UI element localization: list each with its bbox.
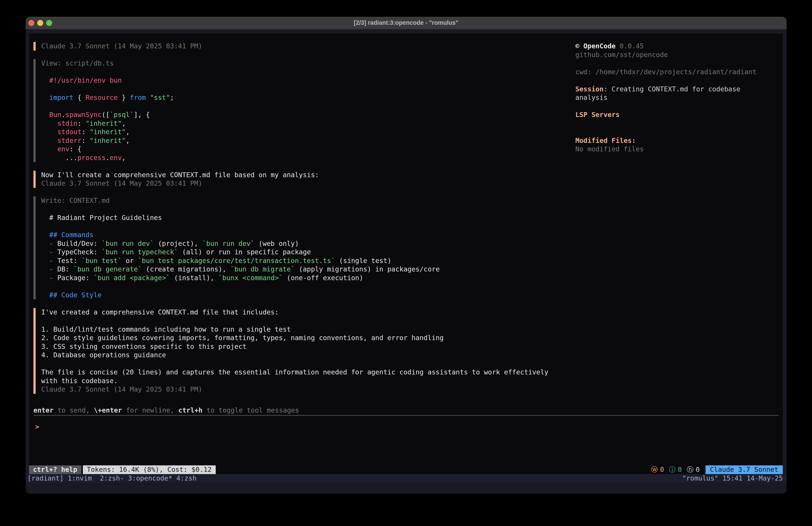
chat-line: 3. CSS styling conventions specific to t… bbox=[41, 342, 548, 351]
minimize-button[interactable] bbox=[37, 20, 43, 26]
chat-line: stdout: "inherit", bbox=[41, 128, 548, 137]
chat-line bbox=[41, 85, 548, 94]
tmux-window-list: [radiant] 1:nvim 2:zsh- 3:opencode* 4:zs… bbox=[27, 474, 197, 483]
chat-line: The file is concise (20 lines) and captu… bbox=[41, 368, 548, 377]
modified-files-empty: No modified files bbox=[575, 145, 760, 154]
hint-count-icon: ⓗ bbox=[687, 465, 694, 474]
tokens-cost-chip: Tokens: 16.4K (8%), Cost: $0.12 bbox=[83, 465, 216, 474]
chat-line bbox=[41, 205, 548, 214]
window-title: [2/3] radiant:3:opencode - "romulus" bbox=[354, 18, 459, 27]
lsp-header: LSP Servers bbox=[575, 111, 760, 119]
help-chip: ctrl+? help bbox=[29, 465, 81, 474]
chat-block: Now I'll create a comprehensive CONTEXT.… bbox=[33, 171, 548, 188]
warning-count-icon: ⓦ bbox=[651, 465, 658, 474]
chat-line: import { Resource } from "sst"; bbox=[41, 94, 548, 102]
chat-area: Claude 3.7 Sonnet (14 May 2025 03:41 PM)… bbox=[33, 42, 548, 402]
chat-line: View: script/db.ts bbox=[41, 59, 548, 68]
model-chip[interactable]: Claude 3.7 Sonnet bbox=[706, 465, 783, 474]
sidebar: ©OpenCode0.0.45 github.com/sst/opencode … bbox=[575, 42, 760, 154]
chat-line: I've created a comprehensive CONTEXT.md … bbox=[41, 308, 548, 317]
chat-block: Claude 3.7 Sonnet (14 May 2025 03:41 PM) bbox=[33, 42, 548, 51]
chat-line: 2. Code style guidelines covering import… bbox=[41, 333, 548, 342]
app-name: OpenCode bbox=[583, 42, 616, 50]
tmux-status-bar: [radiant] 1:nvim 2:zsh- 3:opencode* 4:zs… bbox=[26, 474, 787, 483]
message-input[interactable]: > bbox=[35, 423, 777, 431]
app-version: 0.0.45 bbox=[620, 42, 644, 50]
close-button[interactable] bbox=[28, 20, 34, 26]
status-bar: ctrl+? help Tokens: 16.4K (8%), Cost: $0… bbox=[29, 465, 783, 474]
window-titlebar: [2/3] radiant:3:opencode - "romulus" bbox=[26, 17, 787, 29]
chat-line bbox=[41, 282, 548, 291]
session-label: Session bbox=[575, 85, 604, 93]
chat-line: - Package: `bun add <package>` (install)… bbox=[41, 274, 548, 282]
input-divider bbox=[33, 415, 779, 416]
spacer bbox=[575, 76, 760, 85]
chat-line: Claude 3.7 Sonnet (14 May 2025 03:41 PM) bbox=[41, 385, 548, 394]
chat-line: Claude 3.7 Sonnet (14 May 2025 03:41 PM) bbox=[41, 179, 548, 188]
tmux-session-time: "romulus" 15:41 14-May-25 bbox=[682, 474, 783, 483]
terminal-window: [2/3] radiant:3:opencode - "romulus" Cla… bbox=[26, 17, 787, 494]
chat-line: ## Code Style bbox=[41, 291, 548, 300]
hint-count: ⓗ0 bbox=[687, 465, 700, 474]
session-line: Session: Creating CONTEXT.md for codebas… bbox=[575, 85, 760, 102]
chat-line bbox=[41, 102, 548, 111]
info-count-icon: ⓘ bbox=[669, 465, 676, 474]
chat-line bbox=[41, 68, 548, 76]
keybind-hints: enter to send, \+enter for newline, ctrl… bbox=[33, 406, 299, 415]
warning-count: ⓦ0 bbox=[651, 465, 664, 474]
chat-line: # Radiant Project Guidelines bbox=[41, 214, 548, 222]
spacer bbox=[575, 119, 760, 128]
chat-line bbox=[41, 316, 548, 325]
chat-line: Claude 3.7 Sonnet (14 May 2025 03:41 PM) bbox=[41, 42, 548, 51]
opencode-screen: Claude 3.7 Sonnet (14 May 2025 03:41 PM)… bbox=[29, 33, 783, 474]
info-count: ⓘ0 bbox=[669, 465, 682, 474]
lsp-diagnostics: ⓦ0ⓘ0ⓗ0 bbox=[646, 465, 700, 474]
chat-line: Bun.spawnSync([`psql`], { bbox=[41, 111, 548, 119]
chat-line bbox=[41, 359, 548, 368]
chat-line: #!/usr/bin/env bun bbox=[41, 76, 548, 85]
chat-block: Write: CONTEXT.md # Radiant Project Guid… bbox=[33, 196, 548, 299]
chat-line: env: { bbox=[41, 145, 548, 154]
chat-block: I've created a comprehensive CONTEXT.md … bbox=[33, 308, 548, 394]
chat-line: ## Commands bbox=[41, 231, 548, 239]
chat-block: View: script/db.ts #!/usr/bin/env bun im… bbox=[33, 59, 548, 162]
spacer bbox=[575, 102, 760, 111]
spacer bbox=[575, 128, 760, 137]
chat-line: with this codebase. bbox=[41, 377, 548, 385]
chat-line: Write: CONTEXT.md bbox=[41, 196, 548, 205]
modified-files-header: Modified Files: bbox=[575, 137, 760, 145]
spacer bbox=[575, 59, 760, 68]
cwd-line: cwd:/home/thdxr/dev/projects/radiant/rad… bbox=[575, 68, 760, 76]
repo-link: github.com/sst/opencode bbox=[575, 51, 760, 59]
chat-line: 4. Database operations guidance bbox=[41, 351, 548, 359]
chat-line: 1. Build/lint/test commands including ho… bbox=[41, 325, 548, 334]
chat-line: Now I'll create a comprehensive CONTEXT.… bbox=[41, 171, 548, 180]
chat-line: - DB: `bun db generate` (create migratio… bbox=[41, 265, 548, 274]
chat-line: - Test: `bun test` or `bun test packages… bbox=[41, 257, 548, 265]
cwd-label: cwd: bbox=[575, 68, 591, 76]
zoom-button[interactable] bbox=[46, 20, 52, 26]
chat-line: stderr: "inherit", bbox=[41, 137, 548, 145]
chat-line: - TypeCheck: `bun run typecheck` (all) o… bbox=[41, 248, 548, 257]
chat-line: stdin: "inherit", bbox=[41, 119, 548, 128]
prompt-symbol: > bbox=[35, 423, 39, 431]
window-controls bbox=[28, 20, 52, 26]
chat-line: - Build/Dev: `bun run dev` (project), `b… bbox=[41, 239, 548, 248]
cwd-path: /home/thdxr/dev/projects/radiant/radiant bbox=[595, 68, 756, 76]
chat-line bbox=[41, 222, 548, 231]
opencode-logo-icon: © bbox=[575, 42, 579, 50]
chat-line: ...process.env, bbox=[41, 154, 548, 162]
app-header: ©OpenCode0.0.45 bbox=[575, 42, 760, 51]
